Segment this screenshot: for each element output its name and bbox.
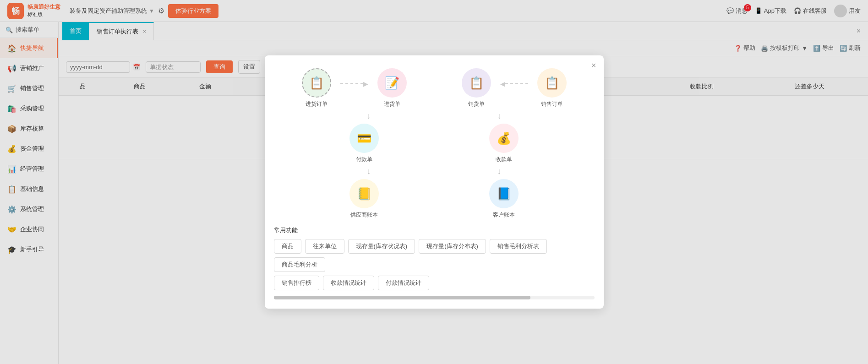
supplier-ledger-label: 供应商账本 [350, 211, 378, 219]
flow-circle-sales-order: 📋 [537, 68, 567, 98]
btn-stock-distribution[interactable]: 现存量(库存分布表) [419, 239, 486, 254]
btn-product[interactable]: 商品 [274, 239, 301, 254]
flow-circle-purchase-bill: 📝 [377, 68, 407, 98]
flow-circle-supplier-ledger: 📒 [349, 179, 379, 208]
payment-label: 付款单 [356, 156, 372, 163]
btn-stock-status[interactable]: 现存量(库存状况表) [348, 239, 415, 254]
popup: × 📋 进货订单 ▶ [265, 55, 604, 309]
purchase-bill-label: 进货单 [384, 100, 400, 108]
receipt-label: 收款单 [496, 156, 512, 163]
flow-node-purchase-bill[interactable]: 📝 进货单 [377, 68, 407, 108]
btn-sales-ranking[interactable]: 销售排行榜 [274, 276, 319, 290]
common-section-title: 常用功能 [274, 226, 595, 234]
flow-circle-payment: 💳 [349, 124, 379, 153]
flow-circle-customer-ledger: 📘 [489, 179, 519, 208]
common-buttons-row: 商品 往来单位 现存量(库存状况表) 现存量(库存分布表) 销售毛利分析表 商品… [274, 239, 595, 272]
purchase-bill-icon: 📝 [385, 76, 399, 90]
receipt-icon: 💰 [497, 131, 511, 146]
purchase-order-label: 进货订单 [306, 100, 328, 108]
flow-node-sales-bill[interactable]: 📋 销货单 [462, 68, 491, 108]
popup-overlay[interactable]: × 📋 进货订单 ▶ [0, 0, 868, 364]
flow-node-payment[interactable]: 💳 付款单 [349, 124, 379, 163]
btn-product-margin-analysis[interactable]: 商品毛利分析 [274, 257, 325, 272]
sales-bill-label: 销货单 [468, 100, 485, 108]
popup-close-button[interactable]: × [591, 61, 596, 71]
btn-sales-margin-analysis[interactable]: 销售毛利分析表 [490, 239, 547, 254]
supplier-ledger-icon: 📒 [357, 187, 371, 201]
flow-node-sales-order[interactable]: 📋 销售订单 [537, 68, 567, 108]
flow-circle-receipt: 💰 [489, 124, 519, 153]
popup-scrollbar[interactable] [274, 296, 595, 299]
payment-icon: 💳 [357, 131, 371, 146]
btn-counterpart[interactable]: 往来单位 [305, 239, 344, 254]
flow-circle-purchase-order: 📋 [302, 68, 331, 98]
flow-circle-sales-bill: 📋 [462, 68, 491, 98]
purchase-order-icon: 📋 [309, 76, 324, 90]
common-buttons-row2: 销售排行榜 收款情况统计 付款情况统计 [274, 276, 595, 290]
arrow-down-payment: ↓ [367, 167, 371, 175]
arrow-down-sales: ↓ [497, 112, 502, 120]
sales-order-label: 销售订单 [541, 100, 563, 108]
btn-payment-stats[interactable]: 付款情况统计 [378, 276, 429, 290]
popup-scrollbar-thumb [274, 296, 530, 299]
flow-node-purchase-order[interactable]: 📋 进货订单 [302, 68, 331, 108]
customer-ledger-label: 客户账本 [493, 211, 515, 219]
sales-order-icon: 📋 [545, 76, 559, 90]
flow-node-receipt[interactable]: 💰 收款单 [489, 124, 519, 163]
arrow-down-purchase: ↓ [367, 112, 371, 120]
common-section: 常用功能 商品 往来单位 现存量(库存状况表) 现存量(库存分布表) 销售毛利分… [274, 226, 595, 290]
flow-node-supplier-ledger[interactable]: 📒 供应商账本 [349, 179, 379, 219]
arrow-down-receipt: ↓ [497, 167, 502, 175]
flow-node-customer-ledger[interactable]: 📘 客户账本 [489, 179, 519, 219]
customer-ledger-icon: 📘 [497, 187, 511, 201]
sales-bill-icon: 📋 [469, 76, 484, 90]
btn-receipt-stats[interactable]: 收款情况统计 [323, 276, 374, 290]
